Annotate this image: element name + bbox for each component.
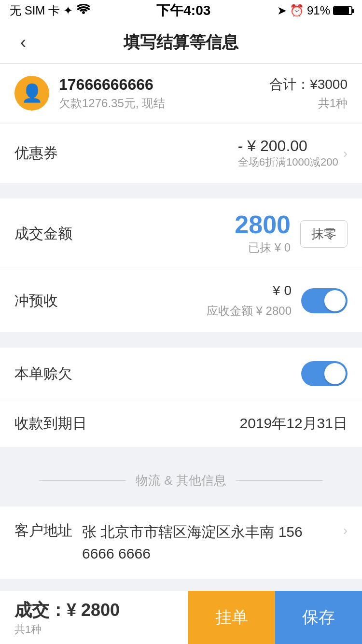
coupon-desc: 全场6折满1000减200 [238,155,338,169]
logistics-separator: 物流 & 其他信息 [0,462,362,499]
deal-amount-sub: 已抹 ¥ 0 [235,240,291,255]
deal-amount-value-block: 2800 已抹 ¥ 0 [235,212,291,255]
separator-line-left [39,480,126,481]
section-divider-3 [0,455,362,462]
credit-row: 本单赊欠 [0,348,362,400]
user-info: 17666666666 欠款1276.35元, 现结 [59,76,165,111]
credit-section: 本单赊欠 收款到期日 2019年12月31日 [0,348,362,447]
credit-label: 本单赊欠 [14,364,72,384]
content: 👤 17666666666 欠款1276.35元, 现结 合计：¥3000 共1… [0,64,362,644]
address-chevron-icon: › [343,523,348,538]
deal-amount-row: 成交金额 2800 已抹 ¥ 0 抹零 [0,198,362,269]
status-right: ➤ ⏰ 91% [277,4,352,17]
status-time: 下午4:03 [156,1,210,20]
user-card: 👤 17666666666 欠款1276.35元, 现结 合计：¥3000 共1… [0,64,362,123]
logistics-label: 物流 & 其他信息 [136,472,226,489]
address-text: 张 北京市市辖区海淀区永丰南 156 6666 6666 [82,521,338,564]
toggle-knob [324,290,346,311]
form-section: 成交金额 2800 已抹 ¥ 0 抹零 冲预收 ¥ 0 应收金额 ¥ 2800 [0,198,362,332]
advance-toggle[interactable] [301,288,348,313]
deal-amount-label: 成交金额 [14,224,72,244]
bottom-count: 共1种 [14,622,174,637]
address-label: 客户地址 [14,521,82,541]
section-divider-4 [0,499,362,506]
coupon-label: 优惠券 [14,143,58,163]
status-left: 无 SIM 卡 ✦ [10,3,90,18]
due-date-label: 收款到期日 [14,414,87,434]
nav-bar: ‹ 填写结算等信息 [0,21,362,64]
advance-content: ¥ 0 应收金额 ¥ 2800 [207,283,348,319]
due-date-value: 2019年12月31日 [240,414,348,434]
advance-sub: 应收金额 ¥ 2800 [207,303,292,319]
bottom-deal-label: 成交： [14,600,67,620]
hang-button[interactable]: 挂单 [188,591,275,644]
battery-percent: 91% [307,4,330,17]
credit-toggle-knob [324,363,346,384]
wifi-icon [77,4,90,17]
user-total: 合计：¥3000 [269,75,348,94]
avatar: 👤 [14,76,49,111]
advance-label: 冲预收 [14,291,58,311]
coupon-chevron-icon: › [343,146,348,161]
location-icon: ➤ [277,4,287,17]
page-title: 填写结算等信息 [124,31,238,54]
user-sub-text: 欠款1276.35元, 现结 [59,96,165,111]
save-button[interactable]: 保存 [275,591,362,644]
due-date-row: 收款到期日 2019年12月31日 [0,400,362,447]
round-zero-button[interactable]: 抹零 [300,220,348,248]
bottom-deal-amount: ¥ 2800 [67,600,120,620]
bottom-summary: 成交：¥ 2800 共1种 [0,599,188,637]
user-total-block: 合计：¥3000 共1种 [269,75,348,111]
deal-amount-value: 2800 [235,212,291,237]
user-count: 共1种 [269,96,348,111]
sim-status: 无 SIM 卡 ✦ [10,3,73,18]
credit-toggle[interactable] [301,361,348,386]
advance-amount: ¥ 0 [273,283,292,298]
battery-icon [333,6,352,15]
separator-line-right [236,480,323,481]
back-button[interactable]: ‹ [12,31,35,54]
section-divider-2 [0,340,362,348]
coupon-amount: - ¥ 200.00 [238,137,338,155]
advance-row: 冲预收 ¥ 0 应收金额 ¥ 2800 [0,269,362,332]
coupon-right: - ¥ 200.00 全场6折满1000减200 › [238,137,348,169]
advance-value-block: ¥ 0 应收金额 ¥ 2800 [207,283,292,319]
user-phone: 17666666666 [59,76,165,94]
section-divider-1 [0,191,362,198]
bottom-deal-text: 成交：¥ 2800 [14,599,174,622]
alarm-icon: ⏰ [290,4,304,17]
deal-amount-content: 2800 已抹 ¥ 0 抹零 [235,212,348,255]
address-row[interactable]: 客户地址 张 北京市市辖区海淀区永丰南 156 6666 6666 › [0,506,362,579]
status-bar: 无 SIM 卡 ✦ 下午4:03 ➤ ⏰ 91% [0,0,362,21]
coupon-row[interactable]: 优惠券 - ¥ 200.00 全场6折满1000减200 › [0,124,362,183]
bottom-bar: 成交：¥ 2800 共1种 挂单 保存 [0,591,362,644]
avatar-icon: 👤 [21,83,43,103]
